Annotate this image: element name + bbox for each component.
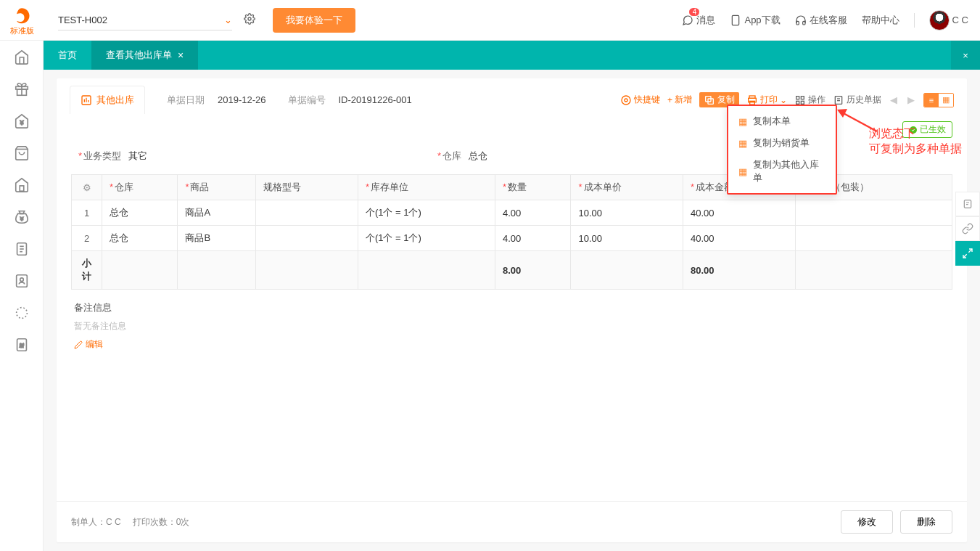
no-value: ID-20191226-001 — [339, 94, 412, 105]
content-card: 其他出库 单据日期 2019-12-26 单据编号 ID-20191226-00… — [57, 78, 967, 542]
remarks-title: 备注信息 — [74, 301, 950, 314]
col-warehouse: *仓库 — [102, 175, 178, 200]
gift-icon[interactable] — [14, 81, 30, 97]
link-icon[interactable] — [955, 216, 980, 241]
bag-icon[interactable] — [14, 145, 30, 161]
table-row[interactable]: 1 总仓 商品A 个(1个 = 1个) 4.00 10.00 40.00 — [72, 200, 952, 226]
svg-rect-1 — [733, 15, 739, 25]
message-icon — [682, 15, 693, 26]
svg-rect-8 — [20, 186, 24, 191]
modify-button[interactable]: 修改 — [841, 510, 893, 534]
col-spec: 规格型号 — [255, 175, 358, 200]
nav-next[interactable]: ▶ — [906, 94, 916, 105]
top-header: 标准版 TEST-H002 ⌄ 我要体验一下 消息 4 App下载 在线客服 帮… — [0, 0, 980, 41]
view-grid-icon[interactable]: ▦ — [939, 94, 953, 107]
trial-button[interactable]: 我要体验一下 — [273, 8, 355, 33]
tab-home[interactable]: 首页 — [44, 41, 91, 70]
close-all-tabs[interactable]: × — [951, 41, 980, 70]
svg-text:新: 新 — [20, 343, 24, 348]
gear-icon[interactable] — [244, 13, 255, 27]
doc-title: 其他出库 — [96, 94, 134, 107]
footer: 制单人：C C 打印次数：0次 修改 删除 — [57, 501, 967, 542]
copy-as-sales[interactable]: ▦ 复制为销货单 — [728, 132, 836, 154]
doc-icon: ▦ — [738, 116, 747, 127]
svg-point-24 — [622, 96, 630, 105]
no-label: 单据编号 — [288, 94, 326, 107]
online-service-label: 在线客服 — [810, 14, 847, 27]
new-doc-icon[interactable]: 新 — [14, 337, 30, 353]
svg-rect-33 — [801, 101, 804, 104]
note-icon[interactable] — [955, 192, 980, 216]
remarks-section: 备注信息 暂无备注信息 编辑 — [57, 290, 967, 363]
view-list-icon[interactable]: ≡ — [924, 94, 939, 107]
app-download-label: App下载 — [744, 14, 780, 27]
headset-icon — [795, 15, 807, 26]
warehouse-icon[interactable] — [14, 177, 30, 193]
copy-as-other-in[interactable]: ▦ 复制为其他入库单 — [728, 154, 836, 189]
messages-button[interactable]: 消息 4 — [682, 14, 715, 27]
help-center-button[interactable]: 帮助中心 — [862, 14, 899, 27]
svg-rect-40 — [964, 200, 971, 208]
avatar — [929, 10, 950, 30]
view-toggle[interactable]: ≡ ▦ — [923, 93, 954, 107]
svg-point-23 — [625, 99, 627, 102]
history-button[interactable]: 历史单据 — [833, 94, 881, 106]
main: 首页 查看其他出库单 × × 其他出库 单据日期 2019-12-26 单据编号… — [44, 41, 980, 551]
tab-current[interactable]: 查看其他出库单 × — [91, 41, 198, 70]
copy-icon — [704, 94, 715, 106]
profile-icon[interactable] — [14, 273, 30, 289]
delete-button[interactable]: 删除 — [900, 510, 952, 534]
footer-info: 制单人：C C 打印次数：0次 — [71, 516, 189, 528]
date-label: 单据日期 — [167, 94, 205, 107]
gear-column[interactable]: ⚙ — [72, 175, 102, 200]
tabs-bar: 首页 查看其他出库单 × × — [44, 41, 980, 70]
col-qty: *数量 — [495, 175, 571, 200]
biz-type-value: 其它 — [128, 150, 147, 163]
clipboard-icon[interactable] — [14, 241, 30, 257]
subtotal-row: 小计 8.00 80.00 — [72, 251, 952, 290]
table-row[interactable]: 2 总仓 商品B 个(1个 = 1个) 4.00 10.00 40.00 — [72, 226, 952, 251]
svg-rect-31 — [801, 96, 804, 99]
svg-point-0 — [248, 17, 251, 20]
refresh-icon[interactable] — [14, 305, 30, 321]
messages-label: 消息 — [696, 14, 715, 27]
svg-line-42 — [963, 254, 967, 258]
help-center-label: 帮助中心 — [862, 14, 899, 27]
svg-rect-32 — [796, 101, 799, 104]
logo-icon — [12, 7, 32, 27]
svg-point-39 — [910, 126, 917, 134]
svg-point-16 — [16, 308, 27, 319]
nav-prev[interactable]: ◀ — [889, 94, 899, 105]
edit-icon — [74, 340, 83, 349]
copy-dropdown: ▦ 复制本单 ▦ 复制为销货单 ▦ 复制为其他入库单 — [727, 105, 837, 195]
edit-remarks-button[interactable]: 编辑 — [74, 338, 103, 351]
expand-icon[interactable] — [955, 241, 980, 266]
home-icon[interactable] — [14, 49, 30, 65]
app-download-button[interactable]: App下载 — [730, 14, 780, 27]
copy-this-doc[interactable]: ▦ 复制本单 — [728, 110, 836, 132]
close-icon[interactable]: × — [178, 49, 184, 61]
org-selector[interactable]: TEST-H002 ⌄ — [58, 10, 232, 30]
user-menu[interactable]: C C — [929, 10, 968, 30]
house-money-icon[interactable]: ¥ — [14, 113, 30, 129]
doc-icon: ▦ — [738, 138, 747, 149]
logo[interactable]: 标准版 — [0, 4, 44, 36]
chart-icon — [81, 94, 92, 106]
check-icon — [909, 126, 918, 134]
svg-rect-30 — [796, 96, 799, 99]
online-service-button[interactable]: 在线客服 — [795, 14, 847, 27]
phone-icon — [730, 15, 741, 26]
col-cost-price: *成本单价 — [571, 175, 683, 200]
messages-badge: 4 — [689, 8, 699, 16]
money-bag-icon[interactable]: ¥ — [14, 209, 30, 225]
chevron-down-icon: ⌄ — [780, 95, 787, 105]
divider — [914, 13, 915, 28]
user-name: C C — [952, 15, 968, 25]
new-button[interactable]: + 新增 — [667, 94, 692, 106]
svg-text:¥: ¥ — [19, 120, 23, 126]
gear-small-icon — [620, 94, 632, 106]
shortcut-button[interactable]: 快捷键 — [620, 94, 660, 106]
tab-current-label: 查看其他出库单 — [106, 49, 172, 62]
doc-title-tab[interactable]: 其他出库 — [70, 86, 145, 114]
col-unit: *库存单位 — [358, 175, 495, 200]
